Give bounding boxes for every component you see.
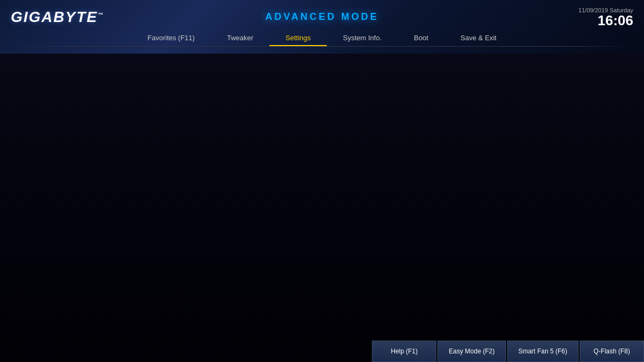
tab-tweaker[interactable]: Tweaker bbox=[211, 31, 269, 46]
tab-sysinfo[interactable]: System Info. bbox=[327, 31, 398, 46]
tab-save-exit[interactable]: Save & Exit bbox=[444, 31, 513, 46]
fn-bar: Help (F1) Easy Mode (F2) Smart Fan 5 (F6… bbox=[0, 341, 644, 362]
logo: GIGABYTE™ bbox=[11, 9, 104, 26]
nav-tabs: Favorites (F11) Tweaker Settings System … bbox=[0, 31, 644, 46]
logo-text: GIGABYTE bbox=[11, 9, 98, 25]
fn-easy-mode[interactable]: Easy Mode (F2) bbox=[437, 341, 506, 362]
datetime: 11/09/2019 Saturday 16:06 bbox=[579, 7, 633, 27]
tab-boot[interactable]: Boot bbox=[398, 31, 444, 46]
tab-settings[interactable]: Settings bbox=[269, 31, 327, 46]
fn-qflash[interactable]: Q-Flash (F8) bbox=[580, 341, 644, 362]
fn-smart-fan[interactable]: Smart Fan 5 (F6) bbox=[507, 341, 579, 362]
tab-favorites[interactable]: Favorites (F11) bbox=[131, 31, 211, 46]
nav-divider bbox=[11, 46, 633, 47]
fn-help[interactable]: Help (F1) bbox=[372, 341, 436, 362]
time-display: 16:06 bbox=[579, 13, 633, 27]
background bbox=[0, 0, 644, 362]
header: GIGABYTE™ ADVANCED MODE 11/09/2019 Satur… bbox=[0, 0, 644, 29]
mode-title: ADVANCED MODE bbox=[265, 11, 379, 23]
logo-sup: ™ bbox=[98, 11, 104, 17]
